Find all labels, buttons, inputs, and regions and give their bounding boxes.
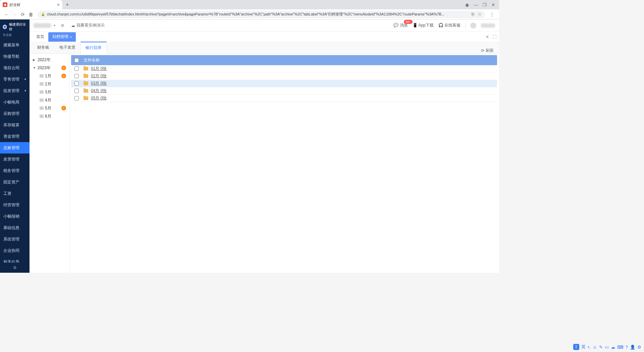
minimize-icon[interactable]: — xyxy=(474,2,478,7)
tree-node-month[interactable]: 1月i xyxy=(30,72,69,80)
sidebar-item[interactable]: 税务管理 xyxy=(0,165,30,176)
online-service-button[interactable]: 🎧 在线客服 xyxy=(438,23,461,28)
account-icon[interactable]: ◉ xyxy=(465,2,469,7)
sidebar-item[interactable]: 经营管理 xyxy=(0,199,30,211)
folder-icon xyxy=(84,96,88,100)
tree-label: 2022年 xyxy=(38,57,51,63)
reload-button[interactable]: ⟳ xyxy=(19,12,27,17)
demo-link[interactable]: ☁ 我要看实例演示 xyxy=(71,23,105,28)
url-bar[interactable]: 🔒 cloud.chanjet.com/cc/u6d89qwnryel/57bf… xyxy=(38,11,485,18)
file-row[interactable]: 03月 0张 xyxy=(71,80,497,87)
sidebar-item[interactable]: 发票管理 xyxy=(0,153,30,165)
tab-home[interactable]: 首页 xyxy=(32,32,48,42)
tab-archive[interactable]: 归档管理 × xyxy=(48,32,76,42)
expand-icon[interactable]: ▶ xyxy=(33,58,36,61)
row-checkbox[interactable] xyxy=(74,81,79,86)
file-row[interactable]: 05月 0张 xyxy=(71,95,497,102)
sidebar-item-label: 资金管理 xyxy=(3,134,19,139)
menu-icon[interactable]: ⋮ xyxy=(490,12,494,17)
sidebar-item[interactable]: 采购管理 xyxy=(0,108,30,119)
back-button[interactable]: ← xyxy=(3,12,11,17)
sidebar-item[interactable]: 新手引导 xyxy=(0,256,30,263)
tab-close-icon[interactable]: × xyxy=(57,2,60,7)
sidebar-item[interactable]: 基础信息 xyxy=(0,222,30,233)
subtab-invoice[interactable]: 电子发票 xyxy=(54,42,80,53)
file-name-link[interactable]: 05月 0张 xyxy=(91,95,107,101)
alert-icon: i xyxy=(61,106,66,111)
file-name-link[interactable]: 03月 0张 xyxy=(91,81,107,86)
sidebar-item[interactable]: 快捷导航 xyxy=(0,51,30,62)
sidebar-item[interactable]: 零售管理▾ xyxy=(0,74,30,85)
close-all-icon[interactable]: ✕ xyxy=(486,35,489,39)
file-name-link[interactable]: 02月 0张 xyxy=(91,73,107,79)
sidebar-item[interactable]: 工资 xyxy=(0,188,30,199)
subtab-bank[interactable]: 银行回单 xyxy=(80,42,107,54)
tree-node-month[interactable]: 2月 xyxy=(30,80,69,88)
sidebar-item-label: 小畅报销 xyxy=(3,214,19,219)
folder-icon xyxy=(40,115,44,118)
app-download-button[interactable]: 📱 App下载 xyxy=(413,23,434,28)
select-all-checkbox[interactable] xyxy=(74,58,79,62)
sidebar-item[interactable]: 搜索菜单 xyxy=(0,39,30,51)
sidebar-item[interactable]: 企业协同 xyxy=(0,245,30,256)
sidebar-item[interactable]: 系统管理 xyxy=(0,233,30,245)
file-row[interactable]: 02月 0张 xyxy=(71,73,497,80)
tab-title: 好业财 xyxy=(9,2,57,7)
row-checkbox[interactable] xyxy=(74,96,79,100)
sidebar-item[interactable]: 固定资产 xyxy=(0,176,30,188)
tab-close-icon[interactable]: × xyxy=(70,35,72,39)
tree-label: 3月 xyxy=(45,89,51,95)
sidebar: 畅捷通好业财 专业版 搜索菜单快捷导航项目合同零售管理▾批发管理▾小畅电商采购管… xyxy=(0,19,30,273)
sidebar-item[interactable]: 总账管理 xyxy=(0,142,30,153)
cloud-icon: ☁ xyxy=(71,23,75,28)
tree-node-month[interactable]: 5月i xyxy=(30,104,69,112)
messages-button[interactable]: 💬 消息 99+ xyxy=(393,23,408,28)
logo-text: 畅捷通好业财 xyxy=(9,22,28,32)
tree-node-month[interactable]: 3月 xyxy=(30,88,69,96)
row-checkbox[interactable] xyxy=(74,74,79,78)
sidebar-item-label: 采购管理 xyxy=(3,111,19,117)
subtab-finance[interactable]: 财务账 xyxy=(32,42,54,53)
file-row[interactable]: 04月 0张 xyxy=(71,87,497,95)
sidebar-item[interactable]: 资金管理 xyxy=(0,131,30,142)
collapse-icon[interactable]: ▼ xyxy=(33,66,36,70)
tree-node-month[interactable]: 6月 xyxy=(30,112,69,120)
maximize-icon[interactable]: ❐ xyxy=(483,2,487,7)
sidebar-item[interactable]: 批发管理▾ xyxy=(0,85,30,96)
file-name-link[interactable]: 04月 0张 xyxy=(91,88,107,94)
forward-button[interactable]: → xyxy=(11,12,19,17)
sidebar-item[interactable]: 项目合同 xyxy=(0,62,30,74)
folder-icon xyxy=(40,82,44,86)
file-name-link[interactable]: 01月 0张 xyxy=(91,66,107,72)
page-tabs: 首页 归档管理 × ✕ ⛶ xyxy=(30,32,499,42)
bookmark-icon[interactable]: ☆ xyxy=(478,12,482,17)
tree-label: 4月 xyxy=(45,97,51,103)
sidebar-item-label: 税务管理 xyxy=(3,168,19,174)
org-selector[interactable]: ▾ ⚙ xyxy=(34,23,64,28)
browser-tab[interactable]: ◆ 好业财 × xyxy=(0,0,62,9)
close-window-icon[interactable]: ✕ xyxy=(491,2,495,7)
sidebar-item-label: 工资 xyxy=(3,191,11,196)
phone-icon: 📱 xyxy=(413,23,418,28)
row-checkbox[interactable] xyxy=(74,89,79,93)
sidebar-item[interactable]: 小畅电商 xyxy=(0,96,30,108)
row-checkbox[interactable] xyxy=(74,67,79,71)
gear-icon[interactable]: ⚙ xyxy=(61,23,64,28)
tree-label: 5月 xyxy=(45,105,51,111)
sidebar-settings-icon[interactable]: ⚙ xyxy=(0,263,30,273)
avatar[interactable] xyxy=(470,23,476,29)
new-tab-button[interactable]: + xyxy=(66,2,69,8)
refresh-button[interactable]: ⟳ 刷新 xyxy=(481,48,496,53)
browser-toolbar: ← → ⟳ 🗑 🔒 cloud.chanjet.com/cc/u6d89qwnr… xyxy=(0,9,499,19)
tree-node-2022[interactable]: ▶ 2022年 xyxy=(30,56,69,64)
folder-icon xyxy=(84,67,88,71)
sidebar-item[interactable]: 库存核算 xyxy=(0,119,30,131)
install-icon[interactable]: ⎘ xyxy=(472,12,474,17)
sidebar-item-label: 总账管理 xyxy=(3,145,19,151)
tree-node-2023[interactable]: ▼ 2023年 i xyxy=(30,64,69,72)
fullscreen-icon[interactable]: ⛶ xyxy=(492,35,496,39)
trash-icon[interactable]: 🗑 xyxy=(27,12,35,17)
sidebar-item[interactable]: 小畅报销 xyxy=(0,211,30,222)
tree-node-month[interactable]: 4月 xyxy=(30,96,69,104)
file-row[interactable]: 01月 0张 xyxy=(71,65,497,73)
